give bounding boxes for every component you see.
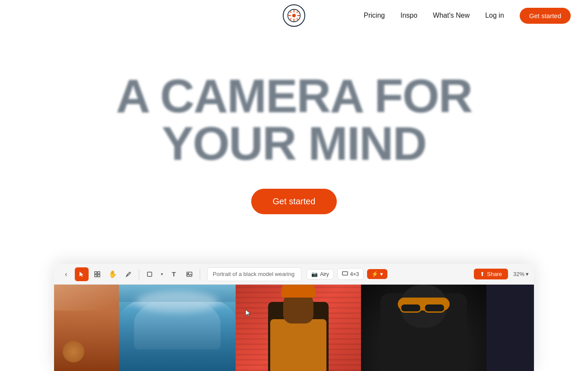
svg-line-14 [127, 275, 128, 276]
svg-line-5 [290, 11, 291, 13]
ratio-icon [342, 270, 348, 278]
nav-pricing[interactable]: Pricing [364, 12, 385, 19]
ratio-label: 4×3 [350, 271, 359, 277]
text-tool-button[interactable]: T [167, 267, 181, 281]
hero-get-started-button[interactable]: Get started [251, 189, 337, 214]
hero-title: A CAMERA FOR YOUR MIND [116, 72, 472, 167]
prompt-input[interactable] [207, 267, 301, 281]
zoom-control[interactable]: 32% ▾ [513, 271, 529, 277]
svg-line-6 [297, 19, 298, 20]
photo-thumbnail-2 [119, 285, 236, 371]
rect-tool-button[interactable] [143, 267, 157, 281]
nav-login[interactable]: Log in [485, 12, 504, 19]
pen-tool-button[interactable] [121, 267, 135, 281]
share-icon: ⬆ [480, 271, 485, 277]
rect-options-button[interactable]: ▾ [158, 267, 165, 281]
camera-icon: 📷 [311, 271, 318, 277]
generate-button[interactable]: ⚡ ▾ [367, 269, 387, 279]
svg-line-8 [290, 19, 291, 20]
svg-rect-18 [342, 272, 348, 275]
navbar: Pricing Inspo What's New Log in Get star… [0, 0, 588, 31]
canvas-area [54, 285, 534, 371]
svg-point-9 [292, 14, 296, 17]
toolbar-divider-1 [139, 269, 139, 279]
photo-thumbnail-4 [361, 285, 486, 371]
svg-rect-10 [95, 272, 97, 274]
share-label: Share [487, 271, 502, 277]
camera-label: Airy [320, 271, 329, 277]
camera-badge: 📷 Airy [307, 269, 334, 279]
svg-rect-15 [147, 272, 152, 276]
share-button[interactable]: ⬆ Share [474, 269, 508, 279]
nav-inspo[interactable]: Inspo [400, 12, 417, 19]
nav-whats-new[interactable]: What's New [433, 12, 470, 19]
cursor-indicator [244, 309, 253, 319]
chevron-down-icon: ▾ [380, 271, 383, 277]
flash-icon: ⚡ [371, 271, 378, 277]
svg-rect-11 [98, 272, 100, 274]
toolbar: ‹ ✋ [54, 264, 534, 285]
svg-rect-13 [98, 275, 100, 277]
svg-rect-16 [187, 272, 192, 276]
zoom-value: 32% [513, 271, 524, 277]
ratio-badge: 4×3 [337, 268, 364, 280]
hero-section: A CAMERA FOR YOUR MIND Get started [0, 0, 588, 255]
svg-rect-12 [95, 275, 97, 277]
photo-thumbnail-3 [236, 285, 361, 371]
image-tool-button[interactable] [182, 267, 196, 281]
chevron-down-icon: ▾ [526, 271, 529, 277]
app-preview: ‹ ✋ [54, 264, 534, 371]
logo[interactable] [283, 4, 305, 27]
grid-tool-button[interactable] [90, 267, 104, 281]
nav-links: Pricing Inspo What's New Log in Get star… [364, 8, 571, 24]
select-tool-button[interactable] [75, 267, 89, 281]
photo-thumbnail-1 [54, 285, 119, 371]
photo-thumbnail-5 [486, 285, 534, 371]
hero-title-line1: A CAMERA FOR [116, 72, 472, 120]
toolbar-divider-2 [200, 269, 200, 279]
pan-tool-button[interactable]: ✋ [106, 267, 120, 281]
back-button[interactable]: ‹ [59, 267, 73, 281]
nav-get-started-button[interactable]: Get started [520, 8, 571, 24]
svg-line-7 [297, 11, 298, 13]
hero-title-line2: YOUR MIND [116, 120, 472, 167]
